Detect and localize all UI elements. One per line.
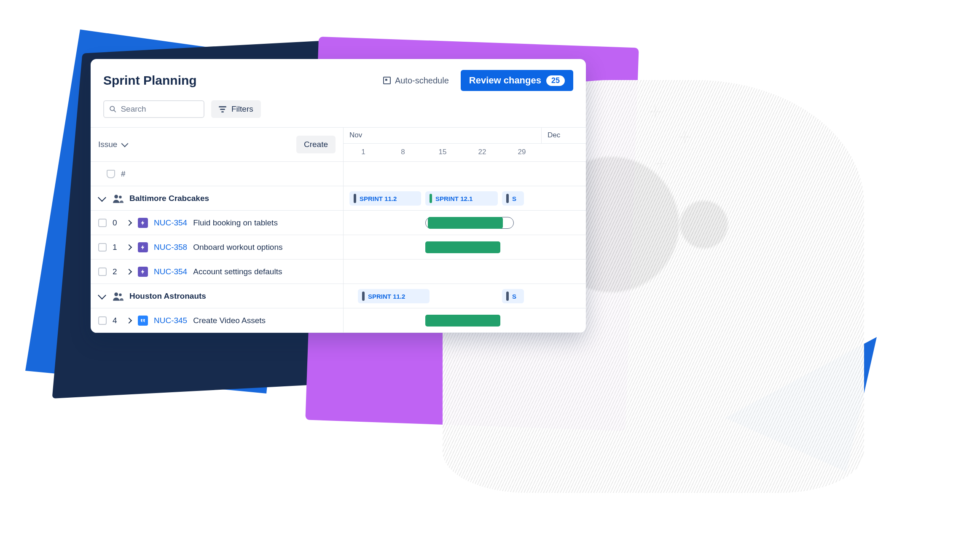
sprint-handle-icon — [506, 194, 509, 203]
chevron-right-icon[interactable] — [126, 219, 132, 225]
timeline-cell-blank — [344, 162, 586, 186]
checkbox[interactable] — [98, 268, 107, 276]
auto-schedule-icon — [383, 77, 391, 84]
sprint-handle-icon — [354, 194, 356, 203]
month-label: Dec — [542, 128, 586, 143]
group-row[interactable]: Baltimore Crabcakes — [91, 186, 344, 211]
issue-key[interactable]: NUC-354 — [154, 267, 187, 276]
filters-label: Filters — [231, 104, 253, 114]
issue-key[interactable]: NUC-358 — [154, 243, 187, 252]
create-button[interactable]: Create — [296, 136, 336, 153]
group-name: Baltimore Crabcakes — [129, 194, 209, 203]
week-label: 15 — [423, 144, 462, 161]
svg-point-4 — [114, 292, 118, 296]
sprint-label: S — [512, 195, 516, 202]
review-changes-label: Review changes — [469, 75, 541, 86]
toolbar: Filters — [91, 94, 586, 127]
search-input[interactable] — [121, 104, 199, 114]
issue-bar[interactable] — [425, 241, 500, 253]
chevron-right-icon[interactable] — [126, 317, 132, 323]
chevron-right-icon[interactable] — [126, 268, 132, 274]
chevron-down-icon[interactable] — [98, 193, 106, 202]
team-icon — [113, 194, 124, 203]
chevron-down-icon[interactable] — [121, 140, 129, 147]
auto-schedule-button[interactable]: Auto-schedule — [379, 73, 453, 88]
month-label: Nov — [344, 128, 542, 143]
issue-summary: Fluid booking on tablets — [193, 218, 278, 228]
sprint-planning-app: Sprint Planning Auto-schedule Review cha… — [91, 59, 586, 333]
issue-key[interactable]: NUC-354 — [154, 218, 187, 228]
issue-summary: Onboard workout options — [193, 243, 282, 252]
search-box[interactable] — [103, 100, 204, 118]
sprint-label: S — [512, 293, 516, 300]
sprint-chip[interactable]: SPRINT 12.1 — [425, 191, 498, 206]
checkbox[interactable] — [107, 170, 115, 178]
sprint-label: SPRINT 12.1 — [435, 195, 473, 202]
issue-bar[interactable] — [428, 217, 503, 229]
hash-label: # — [121, 169, 126, 179]
issue-index: 1 — [113, 243, 120, 252]
review-changes-button[interactable]: Review changes 25 — [461, 70, 573, 91]
chevron-down-icon[interactable] — [98, 291, 106, 300]
planning-grid: Issue Create NovDec 18152229 # Baltimore… — [91, 127, 586, 333]
issue-timeline-cell[interactable] — [344, 211, 586, 235]
svg-line-1 — [114, 110, 115, 112]
issue-type-icon — [138, 267, 148, 277]
week-label: 22 — [462, 144, 502, 161]
svg-point-2 — [114, 195, 118, 198]
issue-type-icon — [138, 218, 148, 228]
issue-timeline-cell[interactable] — [344, 308, 586, 333]
sprint-chip[interactable]: S — [502, 191, 524, 206]
issue-column-header: Issue Create — [91, 128, 344, 162]
group-timeline-cell: SPRINT 11.2SPRINT 12.1S — [344, 186, 586, 211]
issue-type-icon — [138, 316, 148, 326]
sprint-handle-icon — [362, 292, 365, 301]
group-name: Houston Astronauts — [129, 292, 206, 301]
sprint-label: SPRINT 11.2 — [368, 293, 405, 300]
issue-row[interactable]: 1NUC-358Onboard workout options — [91, 235, 344, 260]
sprint-chip[interactable]: SPRINT 11.2 — [349, 191, 421, 206]
sprint-chip[interactable]: S — [502, 289, 524, 303]
issue-index: 2 — [113, 267, 120, 276]
issue-index: 4 — [113, 316, 120, 325]
checkbox[interactable] — [98, 243, 107, 252]
issue-header-label[interactable]: Issue — [98, 140, 117, 149]
issue-row[interactable]: 2NUC-354Account settings defaults — [91, 260, 344, 284]
issue-summary: Create Video Assets — [193, 316, 266, 325]
timeline-header: NovDec 18152229 — [344, 128, 586, 162]
sprint-chip[interactable]: SPRINT 11.2 — [358, 289, 430, 303]
svg-point-5 — [119, 293, 122, 296]
group-row[interactable]: Houston Astronauts — [91, 284, 344, 308]
issue-row[interactable]: 0NUC-354Fluid booking on tablets — [91, 211, 344, 235]
issue-summary: Account settings defaults — [193, 267, 282, 276]
review-changes-count: 25 — [546, 75, 565, 86]
week-label: 1 — [344, 144, 383, 161]
checkbox[interactable] — [98, 219, 107, 227]
issue-bar[interactable] — [425, 315, 500, 327]
group-timeline-cell: SPRINT 11.2S — [344, 284, 586, 308]
app-header: Sprint Planning Auto-schedule Review cha… — [91, 59, 586, 94]
issue-timeline-cell[interactable] — [344, 235, 586, 260]
issue-timeline-cell[interactable] — [344, 260, 586, 284]
search-icon — [109, 105, 116, 113]
sprint-label: SPRINT 11.2 — [360, 195, 397, 202]
svg-point-3 — [119, 195, 122, 198]
checkbox[interactable] — [98, 316, 107, 325]
issue-row[interactable]: 4NUC-345Create Video Assets — [91, 308, 344, 333]
issue-key[interactable]: NUC-345 — [154, 316, 187, 325]
team-icon — [113, 292, 124, 301]
week-label: 29 — [502, 144, 542, 161]
sprint-handle-icon — [430, 194, 432, 203]
issue-index: 0 — [113, 218, 120, 228]
sprint-handle-icon — [506, 292, 509, 301]
number-column-row: # — [91, 162, 344, 186]
filter-icon — [219, 106, 226, 112]
page-title: Sprint Planning — [103, 73, 371, 88]
filters-button[interactable]: Filters — [211, 100, 261, 118]
chevron-right-icon[interactable] — [126, 244, 132, 250]
issue-type-icon — [138, 242, 148, 252]
week-label: 8 — [383, 144, 423, 161]
auto-schedule-label: Auto-schedule — [395, 76, 449, 86]
